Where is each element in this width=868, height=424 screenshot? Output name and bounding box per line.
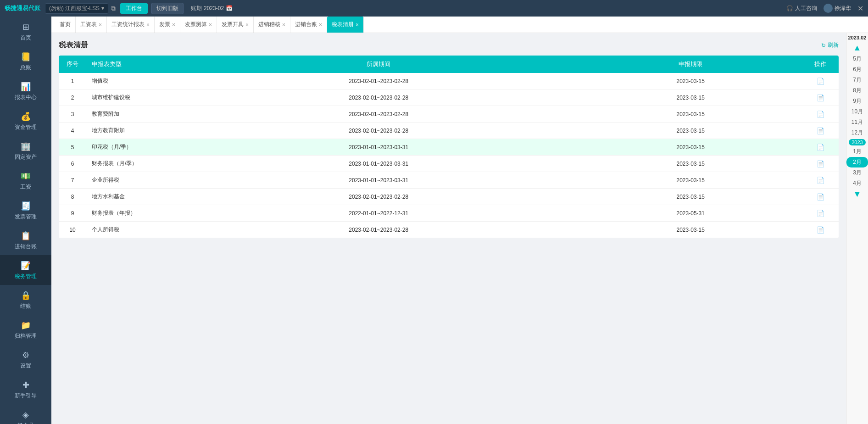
sidebar-item-purchase-sales[interactable]: 📋 进销台账 [0, 225, 51, 255]
cell-action[interactable]: 📄 [802, 139, 839, 156]
cell-deadline: 2023-03-15 [579, 139, 802, 156]
tab-close-icon[interactable]: × [209, 22, 212, 28]
month-7[interactable]: 7月 [846, 75, 868, 85]
sidebar-item-report[interactable]: 📊 报表中心 [0, 76, 51, 106]
tab-purchase-ledger[interactable]: 进销台账 × [290, 17, 327, 33]
table-row: 8地方水利基金2023-02-01~2023-02-282023-03-15📄 [59, 189, 839, 205]
sidebar-item-guide[interactable]: ✚ 新手引导 [0, 374, 51, 404]
month-6[interactable]: 6月 [846, 64, 868, 75]
file-icon[interactable]: 📄 [817, 160, 824, 167]
cell-action[interactable]: 📄 [802, 89, 839, 106]
page-header: 税表清册 ↻ 刷新 [59, 40, 839, 50]
file-icon[interactable]: 📄 [817, 111, 824, 118]
refresh-button[interactable]: ↻ 刷新 [821, 41, 839, 49]
tab-invoice-calc[interactable]: 发票测算 × [180, 17, 217, 33]
old-mode-button[interactable]: 切到旧版 [151, 3, 184, 14]
workspace-button[interactable]: 工作台 [120, 3, 148, 14]
tab-label: 发票 [159, 21, 170, 28]
month-4-2023[interactable]: 4月 [846, 178, 868, 189]
sidebar-item-member[interactable]: ◈ 畅会员 [0, 404, 51, 424]
cell-action[interactable]: 📄 [802, 189, 839, 205]
tab-close-icon[interactable]: × [146, 22, 150, 28]
table-row: 2城市维护建设税2023-02-01~2023-02-282023-03-15📄 [59, 89, 839, 106]
sidebar-item-home[interactable]: ⊞ 首页 [0, 17, 51, 46]
year-2023-badge[interactable]: 2023 [849, 139, 865, 145]
cell-action[interactable]: 📄 [802, 123, 839, 139]
month-9[interactable]: 9月 [846, 96, 868, 106]
file-icon[interactable]: 📄 [817, 226, 824, 234]
month-8[interactable]: 8月 [846, 85, 868, 96]
scroll-down-button[interactable]: ▼ [852, 189, 862, 200]
cell-type: 企业所得税 [86, 172, 178, 189]
scroll-up-button[interactable]: ▲ [852, 42, 862, 54]
cell-action[interactable]: 📄 [802, 106, 839, 123]
file-icon[interactable]: 📄 [817, 210, 824, 217]
sidebar: ⊞ 首页 📒 总账 📊 报表中心 💰 资金管理 🏢 固定资产 💵 工资 🧾 发票… [0, 17, 51, 424]
month-12[interactable]: 12月 [846, 128, 868, 138]
month-5[interactable]: 5月 [846, 54, 868, 64]
month-11[interactable]: 11月 [846, 117, 868, 128]
cell-no: 10 [59, 222, 86, 238]
sidebar-item-tax[interactable]: 📝 税务管理 [0, 255, 51, 285]
app-logo: 畅捷通易代账 [5, 4, 40, 12]
col-action: 操作 [802, 56, 839, 73]
user-profile[interactable]: 徐泽华 [823, 4, 851, 13]
cell-no: 7 [59, 172, 86, 189]
month-3-2023[interactable]: 3月 [846, 167, 868, 178]
sidebar-item-label: 固定资产 [15, 153, 37, 161]
sidebar-item-salary[interactable]: 💵 工资 [0, 166, 51, 195]
sidebar-item-label: 发票管理 [15, 213, 37, 221]
file-icon[interactable]: 📄 [817, 144, 824, 151]
sidebar-item-fund[interactable]: 💰 资金管理 [0, 106, 51, 136]
sidebar-item-label: 资金管理 [15, 123, 37, 131]
file-icon[interactable]: 📄 [817, 78, 824, 85]
table-row: 10个人所得税2023-02-01~2023-02-282023-03-15📄 [59, 222, 839, 238]
cell-deadline: 2023-03-15 [579, 123, 802, 139]
file-icon[interactable]: 📄 [817, 193, 824, 201]
tab-salary-table[interactable]: 工资表 × [76, 17, 107, 33]
sidebar-item-label: 进销台账 [15, 243, 37, 251]
cell-action[interactable]: 📄 [802, 172, 839, 189]
month-10[interactable]: 10月 [846, 106, 868, 117]
table-row: 3教育费附加2023-02-01~2023-02-282023-03-15📄 [59, 106, 839, 123]
tab-close-icon[interactable]: × [282, 22, 285, 28]
close-button[interactable]: ✕ [857, 4, 863, 13]
cell-action[interactable]: 📄 [802, 73, 839, 89]
tab-close-icon[interactable]: × [99, 22, 102, 28]
tab-close-icon[interactable]: × [319, 22, 322, 28]
cell-action[interactable]: 📄 [802, 156, 839, 172]
file-icon[interactable]: 📄 [817, 127, 824, 134]
cell-action[interactable]: 📄 [802, 205, 839, 222]
tab-invoice[interactable]: 发票 × [155, 17, 180, 33]
cell-action[interactable]: 📄 [802, 222, 839, 238]
file-icon[interactable]: 📄 [817, 94, 824, 101]
sidebar-item-archive[interactable]: 📁 归档管理 [0, 315, 51, 345]
tab-purchase-check[interactable]: 进销稽核 × [254, 17, 290, 33]
archive-icon: 📁 [21, 320, 31, 330]
refresh-icon: ↻ [821, 42, 826, 49]
top-right-actions: 🎧 人工咨询 徐泽华 ✕ [786, 4, 863, 13]
tab-tax-list[interactable]: 税表清册 × [327, 17, 364, 33]
sidebar-item-ledger[interactable]: 📒 总账 [0, 46, 51, 76]
tab-close-icon[interactable]: × [172, 22, 175, 28]
month-2-2023[interactable]: 2月 [846, 157, 868, 167]
cell-period: 2023-02-01~2023-02-28 [178, 89, 579, 106]
sidebar-item-invoice[interactable]: 🧾 发票管理 [0, 195, 51, 225]
sidebar-item-settings[interactable]: ⚙ 设置 [0, 345, 51, 374]
sidebar-item-label: 新手引导 [15, 392, 37, 400]
cell-period: 2023-02-01~2023-02-28 [178, 73, 579, 89]
sidebar-item-fixed[interactable]: 🏢 固定资产 [0, 136, 51, 166]
month-1-2023[interactable]: 1月 [846, 146, 868, 157]
fund-icon: 💰 [21, 112, 31, 122]
cell-type: 财务报表（年报） [86, 205, 178, 222]
tab-salary-stat[interactable]: 工资统计报表 × [107, 17, 155, 33]
close-period-icon: 🔒 [21, 290, 31, 301]
tab-close-icon[interactable]: × [245, 22, 249, 28]
human-service-btn[interactable]: 🎧 人工咨询 [786, 5, 817, 12]
sidebar-item-close-period[interactable]: 🔒 结账 [0, 285, 51, 315]
tab-home[interactable]: 首页 [55, 17, 76, 33]
tab-invoice-open[interactable]: 发票开具 × [217, 17, 254, 33]
file-icon[interactable]: 📄 [817, 177, 824, 184]
tab-close-icon[interactable]: × [356, 22, 359, 28]
company-selector[interactable]: (勿动) 江西服宝-LSS ▾ [45, 3, 108, 14]
